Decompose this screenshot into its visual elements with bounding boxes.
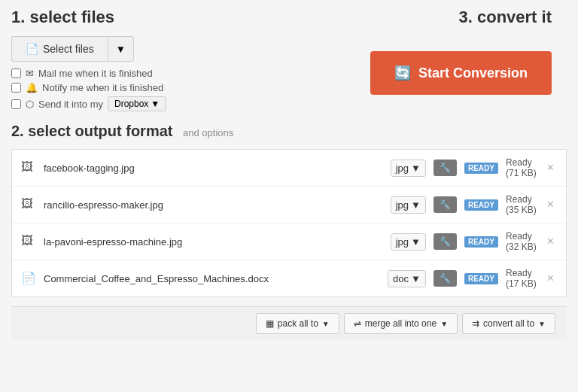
chevron-down-icon: ▼ <box>116 44 126 55</box>
remove-file-1[interactable]: × <box>544 198 557 211</box>
file-name: facebook-tagging.jpg <box>44 163 383 174</box>
ready-badge-2: READY <box>464 236 498 248</box>
caret-icon: ▼ <box>411 273 421 284</box>
file-name: la-pavoni-espresso-machine.jpg <box>44 236 383 248</box>
ready-text-3: Ready (17 KB) <box>506 268 537 289</box>
table-row: 📄 Commercial_Coffee_and_Espresso_Machine… <box>12 260 566 296</box>
mail-icon: ✉ <box>26 68 34 79</box>
format-select-3[interactable]: doc ▼ <box>388 270 426 287</box>
image-file-icon: 🖼 <box>21 234 36 249</box>
select-files-icon: 📄 <box>26 43 38 55</box>
ready-badge-1: READY <box>464 199 498 211</box>
select-files-dropdown-button[interactable]: ▼ <box>108 36 134 62</box>
pack-caret-icon: ▼ <box>322 320 330 328</box>
merge-caret-icon: ▼ <box>440 320 448 328</box>
remove-file-2[interactable]: × <box>544 235 557 248</box>
remove-file-3[interactable]: × <box>544 272 557 285</box>
wrench-button-3[interactable]: 🔧 <box>434 270 457 287</box>
send-icon: ⬡ <box>26 99 34 110</box>
ready-text-2: Ready (32 KB) <box>506 231 537 252</box>
convert-caret-icon: ▼ <box>538 320 546 328</box>
left-section: 1. select files 📄 Select files ▼ ✉ Mail … <box>11 8 281 111</box>
notify-checkbox-row: 🔔 Notify me when it is finished <box>11 82 281 93</box>
mail-checkbox[interactable] <box>11 68 21 78</box>
step1-title: 1. select files <box>11 8 281 27</box>
caret-icon: ▼ <box>411 199 421 211</box>
file-name: rancilio-espresso-maker.jpg <box>44 199 383 211</box>
notify-checkbox[interactable] <box>11 83 21 93</box>
right-section: 3. convert it 🔄 Start Conversion <box>281 8 567 95</box>
step3-title: 3. convert it <box>459 8 552 27</box>
select-files-group: 📄 Select files ▼ <box>11 36 281 62</box>
caret-icon: ▼ <box>411 236 421 248</box>
pack-icon: ▦ <box>266 318 274 329</box>
send-row: ⬡ Send it into my Dropbox ▼ <box>11 96 281 111</box>
caret-icon: ▼ <box>411 163 421 174</box>
ready-badge-0: READY <box>464 163 498 174</box>
bell-icon: 🔔 <box>26 82 38 93</box>
wrench-button-0[interactable]: 🔧 <box>434 160 457 176</box>
send-checkbox[interactable] <box>11 99 21 109</box>
select-files-button[interactable]: 📄 Select files <box>11 36 108 62</box>
remove-file-0[interactable]: × <box>544 161 557 175</box>
format-select-0[interactable]: jpg ▼ <box>391 160 426 177</box>
ready-badge-3: READY <box>464 273 498 284</box>
mail-checkbox-row: ✉ Mail me when it is finished <box>11 68 281 79</box>
dropbox-caret-icon: ▼ <box>151 99 160 109</box>
top-section: 1. select files 📄 Select files ▼ ✉ Mail … <box>11 8 567 111</box>
convert-all-to-button[interactable]: ⇉ convert all to ▼ <box>462 313 555 334</box>
dropbox-button[interactable]: Dropbox ▼ <box>108 96 166 111</box>
start-conversion-button[interactable]: 🔄 Start Conversion <box>370 51 552 95</box>
image-file-icon: 🖼 <box>21 197 36 212</box>
format-select-2[interactable]: jpg ▼ <box>391 233 426 251</box>
wrench-button-1[interactable]: 🔧 <box>434 196 457 213</box>
image-file-icon: 🖼 <box>21 160 36 175</box>
table-row: 🖼 la-pavoni-espresso-machine.jpg jpg ▼ 🔧… <box>12 223 566 260</box>
ready-text-1: Ready (35 KB) <box>506 194 537 215</box>
bottom-toolbar: ▦ pack all to ▼ ⇌ merge all into one ▼ ⇉… <box>11 306 567 340</box>
output-format-title: 2. select output format and options <box>11 123 567 140</box>
files-table: 🖼 facebook-tagging.jpg jpg ▼ 🔧 READY Rea… <box>11 149 567 297</box>
table-row: 🖼 rancilio-espresso-maker.jpg jpg ▼ 🔧 RE… <box>12 187 566 223</box>
doc-file-icon: 📄 <box>21 271 36 286</box>
pack-all-to-button[interactable]: ▦ pack all to ▼ <box>256 313 339 334</box>
merge-all-into-one-button[interactable]: ⇌ merge all into one ▼ <box>344 313 458 334</box>
convert-icon: ⇉ <box>472 318 479 329</box>
wrench-button-2[interactable]: 🔧 <box>434 233 457 250</box>
format-select-1[interactable]: jpg ▼ <box>391 196 426 214</box>
table-row: 🖼 facebook-tagging.jpg jpg ▼ 🔧 READY Rea… <box>12 150 566 187</box>
main-container: 1. select files 📄 Select files ▼ ✉ Mail … <box>0 0 578 348</box>
merge-icon: ⇌ <box>354 318 361 329</box>
file-name: Commercial_Coffee_and_Espresso_Machines.… <box>44 273 380 284</box>
output-format-section: 2. select output format and options 🖼 fa… <box>11 123 567 297</box>
ready-text-0: Ready (71 KB) <box>506 157 537 178</box>
refresh-icon: 🔄 <box>394 65 411 81</box>
